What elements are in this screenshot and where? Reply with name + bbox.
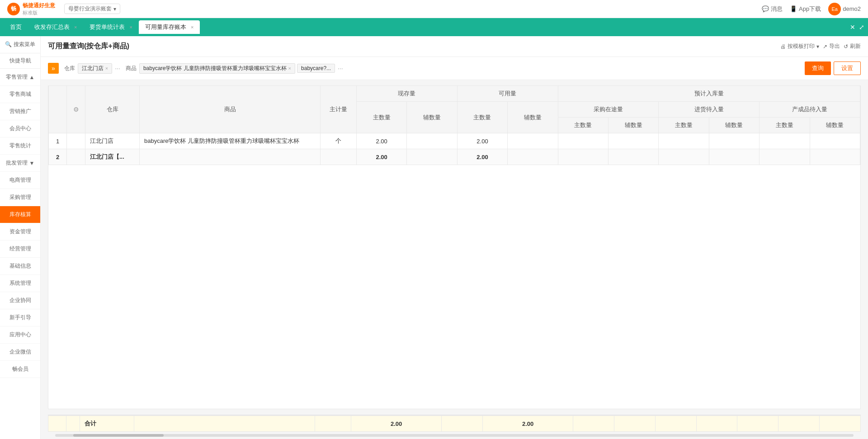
sidebar-item-enterprise-collab[interactable]: 企业协同 bbox=[0, 292, 40, 309]
close-all-tabs-btn[interactable]: ✕ bbox=[850, 24, 855, 31]
filter-expand-btn[interactable]: » bbox=[48, 63, 59, 74]
printer-icon: 🖨 bbox=[780, 43, 786, 50]
cell-production-main bbox=[760, 133, 810, 149]
cell-incoming-sub bbox=[709, 133, 759, 149]
sidebar-item-marketing[interactable]: 营销推广 bbox=[0, 103, 40, 120]
cell-incoming-main bbox=[659, 133, 709, 149]
cell-warehouse: 江北门店 bbox=[85, 133, 140, 149]
expand-btn[interactable]: ⤢ bbox=[859, 24, 864, 31]
sidebar-nav-group: 零售管理 ▲ 零售商城 营销推广 会员中心 零售统计 批发管理 ▼ 电商管理 bbox=[0, 69, 40, 378]
scrollbar-track[interactable] bbox=[55, 434, 854, 437]
warehouse-filter: 仓库 江北门店 × ··· bbox=[64, 63, 120, 74]
warehouse-tag[interactable]: 江北门店 × bbox=[78, 63, 112, 74]
inventory-table: ⚙ 仓库 商品 主计量 现存量 可用量 预计入库量 主数量 辅数量 bbox=[48, 86, 860, 165]
query-btn[interactable]: 查询 bbox=[805, 61, 831, 75]
remove-warehouse-tag[interactable]: × bbox=[105, 66, 108, 71]
message-btn[interactable]: 💬 消息 bbox=[762, 5, 783, 13]
th-incoming-sub: 辅数量 bbox=[709, 118, 759, 133]
sidebar-item-enterprise-wechat[interactable]: 企业微信 bbox=[0, 344, 40, 361]
warehouse-more[interactable]: ··· bbox=[115, 65, 120, 72]
sidebar-item-retail-stats[interactable]: 零售统计 bbox=[0, 137, 40, 155]
search-menu-btn[interactable]: 🔍 搜索菜单 bbox=[4, 41, 37, 48]
product-tag-1[interactable]: babycare学饮杯 儿童防摔防撞吸管杯重力球吸嘴杯宝宝水杯 × bbox=[139, 63, 295, 74]
footer-incoming-sub bbox=[737, 416, 778, 432]
page-actions: 🖨 按模板打印 ▾ ↗ 导出 ↺ 刷新 bbox=[780, 42, 861, 50]
message-icon: 💬 bbox=[762, 5, 769, 12]
page-title: 可用量查询(按仓库+商品) bbox=[48, 42, 129, 51]
top-bar: 畅 畅捷通好生意 标准版 母婴行业演示账套 ▾ 💬 消息 📱 App下载 Ea … bbox=[0, 0, 868, 18]
sidebar-item-ecommerce[interactable]: 电商管理 bbox=[0, 172, 40, 189]
sidebar-item-new-guide[interactable]: 新手引导 bbox=[0, 309, 40, 326]
chevron-icon-2: ▼ bbox=[29, 160, 35, 166]
top-bar-left: 畅 畅捷通好生意 标准版 母婴行业演示账套 ▾ bbox=[7, 2, 120, 16]
sidebar-item-member[interactable]: 畅会员 bbox=[0, 361, 40, 378]
sidebar-item-operations[interactable]: 经营管理 bbox=[0, 241, 40, 258]
warehouse-tags: 江北门店 × bbox=[78, 63, 112, 74]
tab-available-inventory[interactable]: 可用量库存账本 × bbox=[139, 20, 200, 34]
tab-close-available-inventory[interactable]: × bbox=[191, 24, 193, 30]
tab-home[interactable]: 首页 bbox=[4, 20, 28, 34]
sidebar-item-finance[interactable]: 资金管理 bbox=[0, 223, 40, 241]
sidebar-item-retail-mall[interactable]: 零售商城 bbox=[0, 86, 40, 103]
search-icon: 🔍 bbox=[5, 41, 12, 47]
tab-order-stats[interactable]: 要货单统计表 × bbox=[83, 20, 138, 34]
page-header: 可用量查询(按仓库+商品) 🖨 按模板打印 ▾ ↗ 导出 ↺ 刷新 bbox=[41, 36, 868, 57]
user-menu[interactable]: Ea demo2 bbox=[828, 3, 861, 15]
sidebar-item-basic-info[interactable]: 基础信息 bbox=[0, 258, 40, 275]
subtotal-current-sub bbox=[407, 149, 457, 165]
subtotal-settings bbox=[67, 149, 85, 165]
subtotal-warehouse: 江北门店【... bbox=[85, 149, 140, 165]
quick-nav-btn[interactable]: 快捷导航 bbox=[0, 53, 40, 69]
tab-close-receive-summary[interactable]: × bbox=[74, 24, 77, 30]
tab-close-order-stats[interactable]: × bbox=[129, 24, 132, 30]
sidebar-item-app-center[interactable]: 应用中心 bbox=[0, 326, 40, 344]
sidebar-item-inventory[interactable]: 库存核算 bbox=[0, 206, 40, 223]
sidebar-item-member-center[interactable]: 会员中心 bbox=[0, 120, 40, 137]
app-download-btn[interactable]: 📱 App下载 bbox=[790, 5, 821, 13]
subtotal-product bbox=[140, 149, 321, 165]
table-area: ⚙ 仓库 商品 主计量 现存量 可用量 预计入库量 主数量 辅数量 bbox=[48, 85, 861, 409]
export-btn[interactable]: ↗ 导出 bbox=[823, 42, 840, 50]
product-more[interactable]: ··· bbox=[338, 65, 343, 72]
tab-receive-summary[interactable]: 收发存汇总表 × bbox=[28, 20, 83, 34]
chevron-icon: ▲ bbox=[29, 74, 35, 80]
sidebar-item-retail-mgmt[interactable]: 零售管理 ▲ bbox=[0, 69, 40, 86]
filter-actions: 查询 设置 bbox=[805, 61, 861, 75]
column-settings-icon[interactable]: ⚙ bbox=[71, 105, 80, 114]
refresh-icon: ↺ bbox=[844, 43, 848, 50]
subtotal-production-main bbox=[760, 149, 810, 165]
sidebar-item-wholesale-mgmt[interactable]: 批发管理 ▼ bbox=[0, 155, 40, 172]
remove-product-tag-1[interactable]: × bbox=[288, 66, 291, 71]
sidebar-item-system-mgmt[interactable]: 系统管理 bbox=[0, 275, 40, 292]
print-template-btn[interactable]: 🖨 按模板打印 ▾ bbox=[780, 42, 819, 50]
th-available-group: 可用量 bbox=[457, 86, 558, 102]
cell-current-sub bbox=[407, 133, 457, 149]
th-incoming-group: 进货待入量 bbox=[659, 102, 760, 118]
footer-label: 合计 bbox=[80, 416, 134, 432]
cell-purchase-sub bbox=[608, 133, 658, 149]
template-selector[interactable]: 母婴行业演示账套 ▾ bbox=[64, 4, 120, 14]
settings-btn[interactable]: 设置 bbox=[834, 61, 861, 75]
th-production-main: 主数量 bbox=[760, 118, 810, 133]
subtotal-index: 2 bbox=[49, 149, 67, 165]
scrollbar-thumb[interactable] bbox=[73, 434, 164, 437]
th-unit: 主计量 bbox=[321, 86, 357, 133]
footer-available-main: 2.00 bbox=[483, 416, 573, 432]
brand-logo: 畅 畅捷通好生意 标准版 bbox=[7, 2, 55, 16]
th-purchase-group: 采购在途量 bbox=[558, 102, 659, 118]
cell-settings bbox=[67, 133, 85, 149]
top-bar-right: 💬 消息 📱 App下载 Ea demo2 bbox=[762, 3, 861, 15]
th-purchase-main: 主数量 bbox=[558, 118, 608, 133]
footer-table: 合计 2.00 2.00 bbox=[48, 415, 861, 432]
nav-tabs: 首页 收发存汇总表 × 要货单统计表 × 可用量库存账本 × ✕ ⤢ bbox=[0, 18, 868, 36]
main-area: 🔍 搜索菜单 快捷导航 零售管理 ▲ 零售商城 营销推广 会员中心 零售统计 bbox=[0, 36, 868, 439]
footer-empty-2 bbox=[66, 416, 80, 432]
subtotal-row: 2 江北门店【... 2.00 2.00 bbox=[49, 149, 860, 165]
product-tag-2[interactable]: babycare?... bbox=[297, 64, 335, 73]
filter-bar: » 仓库 江北门店 × ··· 商品 babycare学饮杯 儿童防摔防撞吸管杯… bbox=[41, 57, 868, 80]
sidebar: 🔍 搜索菜单 快捷导航 零售管理 ▲ 零售商城 营销推广 会员中心 零售统计 bbox=[0, 36, 41, 439]
th-current-sub: 辅数量 bbox=[407, 102, 457, 133]
table-row: 1 江北门店 babycare学饮杯 儿童防摔防撞吸管杯重力球吸嘴杯宝宝水杯 个… bbox=[49, 133, 860, 149]
sidebar-item-purchase-mgmt[interactable]: 采购管理 bbox=[0, 189, 40, 206]
refresh-btn[interactable]: ↺ 刷新 bbox=[844, 42, 861, 50]
